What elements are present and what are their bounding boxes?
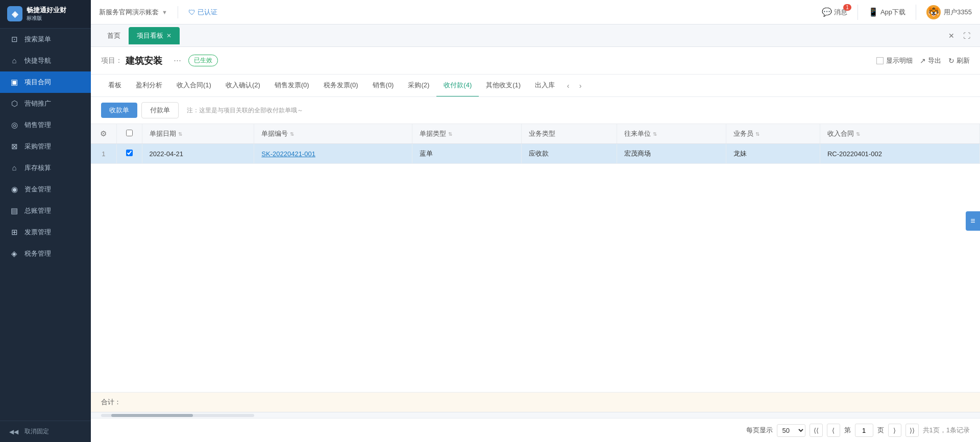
sidebar-item-label-project: 项目合同 — [24, 78, 51, 87]
sub-nav-item-income-contract[interactable]: 收入合同(1) — [169, 75, 218, 97]
salesman-sort-icon[interactable]: ⇅ — [755, 131, 760, 137]
header-right: 💬 消息 1 📱 App下载 🐯 用户3355 — [822, 5, 972, 20]
sidebar-item-marketing[interactable]: ⬡营销推广 — [0, 93, 91, 114]
column-number: 单据编号⇅ — [254, 124, 412, 144]
sub-nav: 看板盈利分析收入合同(1)收入确认(2)销售发票(0)税务发票(0)销售(0)采… — [91, 75, 980, 97]
sub-nav-item-profit[interactable]: 盈利分析 — [129, 75, 169, 97]
sub-nav-item-sales-invoice[interactable]: 销售发票(0) — [267, 75, 316, 97]
sidebar-item-label-search: 搜索菜单 — [24, 35, 51, 44]
sidebar-item-label-finance: 资金管理 — [24, 185, 51, 194]
per-page-select[interactable]: 50 100 200 — [777, 424, 805, 437]
right-float-button[interactable]: ≡ — [966, 211, 980, 231]
sub-nav-item-tax-invoice[interactable]: 税务发票(0) — [316, 75, 365, 97]
account-selector[interactable]: 新服务官网演示账套 ▼ — [99, 8, 167, 17]
pagination-total-info: 共1页，1条记录 — [923, 426, 970, 435]
sidebar-logo: ◈ 畅捷通好业财 标准版 — [0, 0, 91, 29]
sub-nav-item-income-confirm[interactable]: 收入确认(2) — [218, 75, 267, 97]
sub-nav-item-receipt[interactable]: 收付款(4) — [436, 75, 479, 97]
sidebar-item-inventory[interactable]: ⌂库存核算 — [0, 157, 91, 179]
tab-bar: 首页 项目看板 ✕ ✕ ⛶ — [91, 24, 980, 47]
receipt-filter-button[interactable]: 收款单 — [101, 103, 137, 118]
page-last-button[interactable]: ⟩⟩ — [905, 424, 919, 437]
column-biz-type: 业务类型 — [522, 124, 617, 144]
sidebar-item-project[interactable]: ▣项目合同 — [0, 71, 91, 93]
number-sort-icon[interactable]: ⇅ — [290, 131, 294, 137]
sidebar-item-invoice[interactable]: ⊞发票管理 — [0, 222, 91, 243]
show-detail-checkbox-box[interactable] — [876, 57, 884, 64]
cell-index: 1 — [91, 144, 116, 164]
doc-number-link[interactable]: SK-20220421-001 — [261, 150, 315, 158]
page-prev-button[interactable]: ⟨ — [827, 424, 840, 437]
tab-home[interactable]: 首页 — [99, 27, 129, 44]
column-income-contract: 收入合同⇅ — [820, 124, 979, 144]
app-edition: 标准版 — [27, 15, 66, 22]
phone-icon: 📱 — [868, 7, 878, 17]
table-body: 1 2022-04-21 SK-20220421-001 蓝单 应收款 宏茂商场… — [91, 144, 980, 164]
window-maximize-button[interactable]: ⛶ — [962, 31, 972, 41]
cell-checkbox[interactable] — [116, 144, 142, 164]
filter-bar: 收款单 付款单 注：这里是与项目关联的全部收付款单哦～ — [91, 97, 980, 124]
sidebar-item-purchase[interactable]: ⊠采购管理 — [0, 136, 91, 157]
sidebar-nav-list: ⊡搜索菜单⌂快捷导航▣项目合同⬡营销推广◎销售管理⊠采购管理⌂库存核算◉资金管理… — [0, 29, 91, 421]
horizontal-scroll-thumb[interactable] — [111, 414, 193, 417]
sub-nav-prev-arrow[interactable]: ‹ — [562, 80, 574, 92]
cell-partner: 宏茂商场 — [617, 144, 726, 164]
messages-button[interactable]: 💬 消息 1 — [822, 7, 847, 17]
refresh-button[interactable]: ↻ 刷新 — [948, 56, 970, 65]
horizontal-scroll-track[interactable] — [101, 414, 254, 417]
window-close-button[interactable]: ✕ — [946, 31, 957, 41]
user-button[interactable]: 🐯 用户3355 — [926, 5, 972, 19]
app-download-button[interactable]: 📱 App下载 — [868, 7, 905, 17]
message-icon: 💬 — [822, 7, 832, 17]
cell-salesman: 龙妹 — [726, 144, 820, 164]
account-chevron-icon: ▼ — [162, 9, 167, 15]
certified-text: 已认证 — [198, 8, 217, 17]
user-label: 用户3355 — [944, 8, 972, 17]
finance-icon: ◉ — [9, 185, 19, 194]
export-button[interactable]: ↗ 导出 — [920, 56, 941, 65]
header-sep-2 — [916, 5, 916, 20]
messages-badge: 1 — [843, 4, 851, 11]
marketing-icon: ⬡ — [9, 99, 19, 108]
select-all-checkbox[interactable] — [126, 130, 133, 136]
column-partner: 往来单位⇅ — [617, 124, 726, 144]
sidebar-unpin-button[interactable]: ◀◀ 取消固定 — [0, 421, 91, 442]
sub-nav-item-purchase[interactable]: 采购(2) — [401, 75, 436, 97]
page-first-button[interactable]: ⟨⟨ — [810, 424, 823, 437]
sidebar-item-sales[interactable]: ◎销售管理 — [0, 114, 91, 136]
sidebar-item-ledger[interactable]: ▤总账管理 — [0, 200, 91, 222]
page-number-input[interactable] — [855, 424, 873, 437]
settings-icon[interactable]: ⚙ — [100, 129, 107, 138]
income-contract-sort-icon[interactable]: ⇅ — [856, 131, 860, 137]
project-header-right: 显示明细 ↗ 导出 ↻ 刷新 — [876, 56, 970, 65]
table-row[interactable]: 1 2022-04-21 SK-20220421-001 蓝单 应收款 宏茂商场… — [91, 144, 980, 164]
page-suffix: 页 — [877, 426, 884, 435]
sidebar-item-tax[interactable]: ◈税务管理 — [0, 243, 91, 264]
type-sort-icon[interactable]: ⇅ — [448, 131, 452, 137]
column-checkbox — [116, 124, 142, 144]
more-options-button[interactable]: ··· — [170, 54, 184, 67]
inventory-icon: ⌂ — [9, 163, 19, 172]
payment-filter-button[interactable]: 付款单 — [141, 102, 179, 118]
page-next-button[interactable]: ⟩ — [888, 424, 901, 437]
sidebar-item-search[interactable]: ⊡搜索菜单 — [0, 29, 91, 50]
tax-icon: ◈ — [9, 249, 19, 258]
cell-income-contract: RC-20220401-002 — [820, 144, 979, 164]
sub-nav-item-in-out[interactable]: 出入库 — [528, 75, 562, 97]
column-settings[interactable]: ⚙ — [91, 124, 116, 144]
tab-close-icon[interactable]: ✕ — [166, 32, 172, 39]
sub-nav-item-board[interactable]: 看板 — [101, 75, 129, 97]
cell-number[interactable]: SK-20220421-001 — [254, 144, 412, 164]
sidebar-item-finance[interactable]: ◉资金管理 — [0, 179, 91, 200]
sub-nav-item-other-expense[interactable]: 其他收支(1) — [479, 75, 528, 97]
sub-nav-next-arrow[interactable]: › — [574, 80, 586, 92]
tab-project-board[interactable]: 项目看板 ✕ — [129, 27, 180, 44]
show-detail-checkbox[interactable]: 显示明细 — [876, 56, 913, 65]
date-sort-icon[interactable]: ⇅ — [178, 131, 182, 137]
partner-sort-icon[interactable]: ⇅ — [653, 131, 657, 137]
sidebar-item-shortcut[interactable]: ⌂快捷导航 — [0, 50, 91, 71]
invoice-icon: ⊞ — [9, 228, 19, 237]
row-checkbox[interactable] — [126, 150, 133, 156]
sub-nav-item-sales[interactable]: 销售(0) — [365, 75, 401, 97]
right-float-icon: ≡ — [970, 216, 975, 226]
